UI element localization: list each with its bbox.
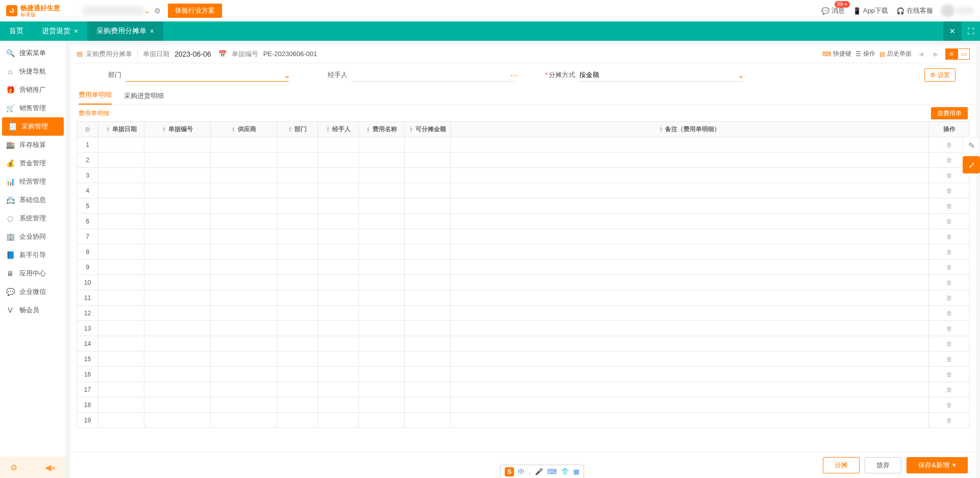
table-cell[interactable]	[144, 336, 211, 351]
table-row[interactable]: 3🗑	[77, 168, 970, 183]
table-cell[interactable]	[359, 413, 405, 428]
delete-icon[interactable]: 🗑	[946, 203, 952, 210]
table-cell[interactable]	[144, 397, 211, 413]
detail-tab[interactable]: 费用单明细	[79, 90, 112, 105]
history-button[interactable]: ▤历史单据	[879, 49, 912, 58]
table-cell[interactable]	[211, 183, 277, 198]
table-column-header[interactable]: ▲▼可分摊金额	[405, 122, 451, 137]
table-cell[interactable]	[211, 153, 277, 168]
workspace-tab[interactable]: 进货退货✕	[33, 21, 87, 41]
table-cell[interactable]	[211, 367, 277, 382]
close-icon[interactable]: ✕	[74, 28, 78, 35]
table-cell[interactable]	[451, 153, 929, 168]
table-cell[interactable]	[277, 351, 318, 367]
table-cell[interactable]	[405, 229, 451, 244]
table-cell[interactable]	[211, 275, 277, 290]
table-cell[interactable]	[405, 168, 451, 183]
table-cell[interactable]	[318, 153, 359, 168]
table-cell[interactable]	[405, 397, 451, 413]
table-cell[interactable]	[451, 198, 929, 214]
tenant-selector[interactable]	[83, 6, 144, 15]
delete-icon[interactable]: 🗑	[946, 248, 952, 256]
table-cell[interactable]	[318, 183, 359, 198]
user-menu[interactable]	[941, 4, 974, 17]
table-cell[interactable]	[144, 153, 211, 168]
table-cell[interactable]	[99, 351, 144, 367]
table-column-header[interactable]: ▲▼单据编号	[144, 122, 211, 137]
online-service-button[interactable]: 🎧 在线客服	[896, 6, 933, 15]
table-cell[interactable]	[277, 168, 318, 183]
settings-button[interactable]: ⚙设置	[924, 68, 955, 82]
table-cell[interactable]	[211, 168, 277, 183]
table-cell[interactable]	[405, 382, 451, 397]
table-cell[interactable]	[277, 137, 318, 153]
try-solution-button[interactable]: 体验行业方案	[168, 4, 222, 18]
pick-expense-button[interactable]: 选费用单	[931, 107, 968, 119]
sidebar-item[interactable]: 🛒销售管理	[0, 99, 66, 117]
table-row[interactable]: 6🗑	[77, 214, 970, 229]
table-cell[interactable]	[405, 214, 451, 229]
chevron-down-icon[interactable]: ⌄	[284, 70, 290, 80]
table-cell[interactable]	[451, 168, 929, 183]
table-cell[interactable]	[405, 244, 451, 260]
table-cell[interactable]	[318, 351, 359, 367]
table-cell[interactable]	[277, 260, 318, 275]
table-row[interactable]: 5🗑	[77, 198, 970, 214]
sort-icon[interactable]: ▲▼	[326, 127, 330, 132]
table-cell[interactable]	[211, 244, 277, 260]
table-cell[interactable]	[211, 321, 277, 336]
workspace-tab[interactable]: 首页	[0, 21, 33, 41]
delete-icon[interactable]: 🗑	[946, 371, 952, 378]
table-cell[interactable]	[99, 214, 144, 229]
table-cell[interactable]	[277, 321, 318, 336]
table-row[interactable]: 12🗑	[77, 306, 970, 321]
sidebar-item[interactable]: 🧾采购管理	[2, 117, 64, 136]
table-cell[interactable]	[451, 229, 929, 244]
sidebar-item[interactable]: 🎁营销推广	[0, 81, 66, 99]
save-add-button[interactable]: 保存&新增▾	[906, 457, 968, 473]
table-cell[interactable]	[277, 367, 318, 382]
collapse-icon[interactable]: ◀»	[45, 463, 56, 472]
app-download-button[interactable]: 📱 App下载	[853, 6, 888, 15]
table-cell[interactable]	[359, 153, 405, 168]
table-cell[interactable]	[359, 336, 405, 351]
table-cell[interactable]	[359, 306, 405, 321]
edit-icon[interactable]: ✎	[963, 137, 980, 154]
delete-icon[interactable]: 🗑	[946, 218, 952, 225]
ime-bar[interactable]: S 中 , 🎤 ⌨ 👕 ▦	[500, 465, 584, 478]
delete-icon[interactable]: 🗑	[946, 157, 952, 164]
table-cell[interactable]	[359, 397, 405, 413]
close-all-button[interactable]: ✕	[943, 21, 962, 41]
table-cell[interactable]	[99, 321, 144, 336]
table-cell[interactable]	[451, 351, 929, 367]
table-cell[interactable]	[451, 321, 929, 336]
sidebar-item[interactable]: 🖥应用中心	[0, 264, 66, 283]
table-cell[interactable]	[405, 413, 451, 428]
table-row[interactable]: 4🗑	[77, 183, 970, 198]
fullscreen-button[interactable]: ⛶	[962, 21, 980, 41]
table-cell[interactable]	[405, 275, 451, 290]
delete-icon[interactable]: 🗑	[946, 340, 952, 347]
table-cell[interactable]	[359, 198, 405, 214]
table-cell[interactable]	[359, 351, 405, 367]
table-cell[interactable]	[144, 198, 211, 214]
messages-button[interactable]: 💬 消息 99 +	[821, 6, 845, 15]
table-cell[interactable]	[277, 275, 318, 290]
table-cell[interactable]	[318, 198, 359, 214]
sidebar-item[interactable]: 📇基础信息	[0, 191, 66, 209]
table-cell[interactable]	[99, 413, 144, 428]
table-cell[interactable]	[318, 168, 359, 183]
table-row[interactable]: 13🗑	[77, 321, 970, 336]
table-row[interactable]: 17🗑	[77, 382, 970, 397]
table-cell[interactable]	[144, 137, 211, 153]
table-cell[interactable]	[451, 413, 929, 428]
table-cell[interactable]	[211, 214, 277, 229]
delete-icon[interactable]: 🗑	[946, 356, 952, 363]
table-cell[interactable]	[99, 382, 144, 397]
table-cell[interactable]	[359, 260, 405, 275]
table-cell[interactable]	[211, 306, 277, 321]
table-column-header[interactable]: ▲▼供应商	[211, 122, 277, 137]
prev-doc-button[interactable]: ◀	[916, 51, 926, 58]
table-column-header[interactable]: ▲▼备注（费用单明细）	[451, 122, 929, 137]
table-cell[interactable]	[277, 198, 318, 214]
